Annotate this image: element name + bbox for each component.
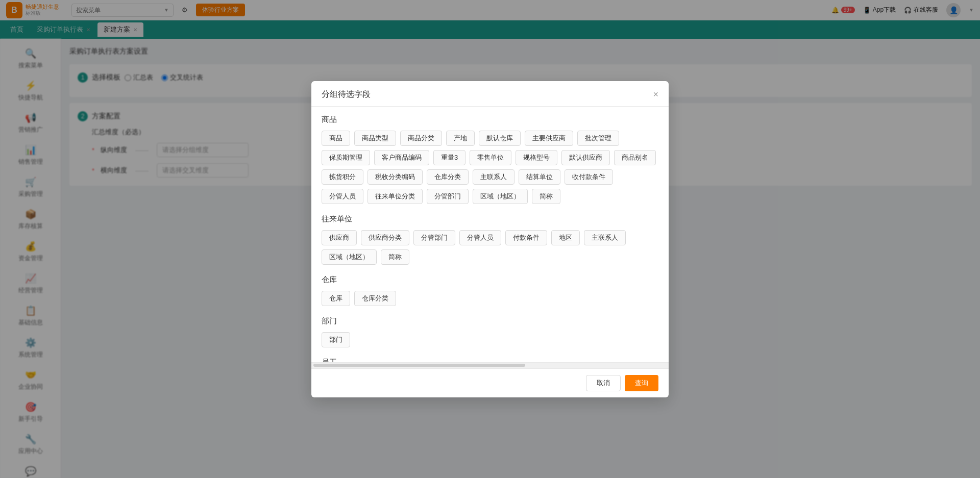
field-tag-partner-3[interactable]: 分管人员 (459, 230, 501, 245)
field-tag-goods-2[interactable]: 商品分类 (400, 131, 442, 146)
field-tag-department-0[interactable]: 部门 (322, 332, 350, 347)
field-group-employee: 员工 业务员 (322, 358, 658, 362)
field-tag-goods-9[interactable]: 重量3 (433, 150, 465, 165)
field-tag-goods-6[interactable]: 批次管理 (577, 131, 619, 146)
field-tag-goods-12[interactable]: 默认供应商 (561, 150, 610, 165)
field-tag-goods-3[interactable]: 产地 (446, 131, 475, 146)
field-tag-goods-5[interactable]: 主要供应商 (525, 131, 573, 146)
field-tag-goods-11[interactable]: 规格型号 (516, 150, 557, 165)
field-tag-goods-18[interactable]: 结算单位 (519, 169, 560, 185)
field-tag-goods-7[interactable]: 保质期管理 (322, 150, 370, 165)
field-tag-partner-8[interactable]: 简称 (381, 249, 409, 265)
department-section-title: 部门 (322, 316, 658, 326)
field-tag-partner-0[interactable]: 供应商 (322, 230, 357, 245)
field-tag-goods-8[interactable]: 客户商品编码 (374, 150, 429, 165)
field-tag-goods-24[interactable]: 简称 (532, 189, 560, 204)
field-tag-warehouse-1[interactable]: 仓库分类 (354, 291, 396, 306)
modal-overlay: 分组待选字段 × 商品 商品 商品类型 商品分类 产地 默认仓库 主要供应商 批… (0, 0, 980, 478)
field-tag-goods-15[interactable]: 税收分类编码 (368, 169, 423, 185)
field-group-partner: 往来单位 供应商 供应商分类 分管部门 分管人员 付款条件 地区 主联系人 区域… (322, 214, 658, 265)
goods-section-title: 商品 (322, 115, 658, 124)
cancel-button[interactable]: 取消 (586, 375, 621, 391)
field-tag-goods-21[interactable]: 往来单位分类 (368, 189, 423, 204)
field-group-warehouse: 仓库 仓库 仓库分类 (322, 275, 658, 306)
warehouse-section-title: 仓库 (322, 275, 658, 285)
modal-horizontal-scrollbar[interactable] (311, 362, 669, 368)
partner-section-title: 往来单位 (322, 214, 658, 224)
field-tag-goods-14[interactable]: 拣货积分 (322, 169, 363, 185)
field-tag-goods-20[interactable]: 分管人员 (322, 189, 363, 204)
modal-hscroll-thumb (313, 364, 525, 367)
employee-section-title: 员工 (322, 358, 658, 362)
partner-field-tags: 供应商 供应商分类 分管部门 分管人员 付款条件 地区 主联系人 区域（地区） … (322, 230, 658, 265)
goods-field-tags: 商品 商品类型 商品分类 产地 默认仓库 主要供应商 批次管理 保质期管理 客户… (322, 131, 658, 204)
field-selection-modal: 分组待选字段 × 商品 商品 商品类型 商品分类 产地 默认仓库 主要供应商 批… (311, 81, 669, 397)
field-tag-goods-10[interactable]: 零售单位 (470, 150, 511, 165)
field-tag-goods-0[interactable]: 商品 (322, 131, 350, 146)
warehouse-field-tags: 仓库 仓库分类 (322, 291, 658, 306)
field-group-department: 部门 部门 (322, 316, 658, 347)
department-field-tags: 部门 (322, 332, 658, 347)
modal-footer: 取消 查询 (311, 368, 669, 397)
field-tag-partner-4[interactable]: 付款条件 (505, 230, 547, 245)
field-tag-goods-4[interactable]: 默认仓库 (479, 131, 521, 146)
field-tag-warehouse-0[interactable]: 仓库 (322, 291, 350, 306)
modal-title: 分组待选字段 (322, 89, 371, 100)
field-tag-goods-17[interactable]: 主联系人 (473, 169, 514, 185)
field-tag-goods-13[interactable]: 商品别名 (614, 150, 656, 165)
field-tag-partner-5[interactable]: 地区 (551, 230, 580, 245)
field-tag-goods-19[interactable]: 收付款条件 (565, 169, 613, 185)
modal-close-button[interactable]: × (653, 90, 658, 99)
modal-body[interactable]: 商品 商品 商品类型 商品分类 产地 默认仓库 主要供应商 批次管理 保质期管理… (311, 107, 669, 362)
field-tag-goods-22[interactable]: 分管部门 (427, 189, 469, 204)
field-group-goods: 商品 商品 商品类型 商品分类 产地 默认仓库 主要供应商 批次管理 保质期管理… (322, 115, 658, 204)
field-tag-partner-7[interactable]: 区域（地区） (322, 249, 377, 265)
field-tag-goods-1[interactable]: 商品类型 (354, 131, 396, 146)
field-tag-goods-23[interactable]: 区域（地区） (473, 189, 528, 204)
field-tag-goods-16[interactable]: 仓库分类 (427, 169, 469, 185)
confirm-button[interactable]: 查询 (625, 375, 658, 391)
field-tag-partner-2[interactable]: 分管部门 (413, 230, 455, 245)
field-tag-partner-6[interactable]: 主联系人 (584, 230, 626, 245)
field-tag-partner-1[interactable]: 供应商分类 (361, 230, 409, 245)
modal-header: 分组待选字段 × (311, 81, 669, 107)
